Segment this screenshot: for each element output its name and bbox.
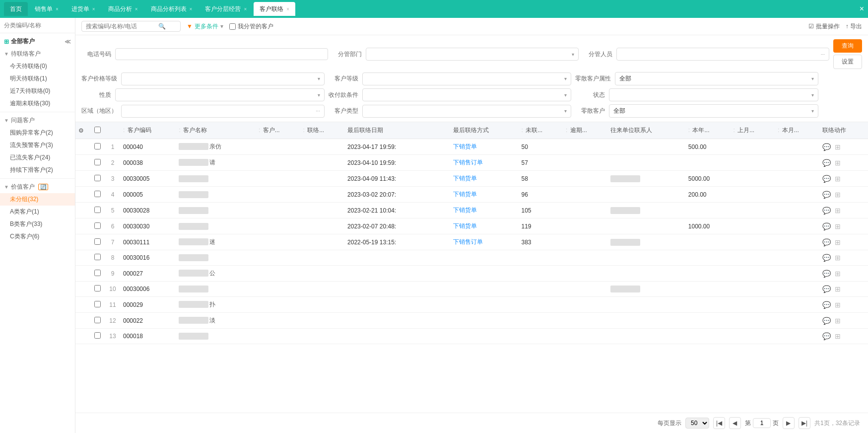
col-this-month[interactable]: : 本月... xyxy=(775,122,819,139)
dept-select[interactable]: ▾ xyxy=(366,48,579,61)
row-checkbox-cell[interactable] xyxy=(91,218,105,234)
row-last-way-cell[interactable]: 下销售订单 xyxy=(450,234,519,250)
row-checkbox[interactable] xyxy=(94,207,101,213)
tab-sales[interactable]: 销售单 × xyxy=(29,2,65,16)
tab-goods-analysis-list[interactable]: 商品分析列表 × xyxy=(145,2,199,16)
row-checkbox-cell[interactable] xyxy=(91,297,105,313)
sidebar-collapse-btn[interactable]: ≪ xyxy=(65,38,71,45)
reset-btn[interactable]: 设置 xyxy=(833,55,862,69)
per-page-select[interactable]: 50 xyxy=(685,418,709,429)
chat-action-icon[interactable]: 💬 xyxy=(822,254,831,262)
sidebar-item-ungroup[interactable]: 未分组(32) xyxy=(0,193,75,206)
next-page-btn[interactable]: ▶ xyxy=(783,417,795,429)
row-last-way-cell[interactable]: 下销货单 xyxy=(450,203,519,218)
chat-action-icon[interactable]: 💬 xyxy=(822,238,831,246)
row-checkbox-cell[interactable] xyxy=(91,250,105,266)
more-action-icon[interactable]: ⊞ xyxy=(835,301,841,309)
col-last-month[interactable]: : 上月... xyxy=(730,122,775,139)
retail-select[interactable]: 全部 ▾ xyxy=(609,104,818,118)
row-checkbox[interactable] xyxy=(94,222,101,229)
row-checkbox[interactable] xyxy=(94,143,101,149)
retail-attr-select[interactable]: 全部 ▾ xyxy=(615,72,818,85)
tab-customer-tier[interactable]: 客户分层经营 × xyxy=(199,2,253,16)
sidebar-item-overdue-contact[interactable]: 逾期未联络(30) xyxy=(0,97,75,110)
col-company-contact[interactable]: 往来单位联系人 xyxy=(607,122,685,139)
row-checkbox-cell[interactable] xyxy=(91,266,105,282)
sidebar-item-churn-warning[interactable]: 流失预警客户(3) xyxy=(0,139,75,151)
row-checkbox[interactable] xyxy=(94,254,101,260)
status-select[interactable]: ▾ xyxy=(609,88,818,101)
tab-home[interactable]: 首页 xyxy=(4,2,28,16)
last-page-btn[interactable]: ▶| xyxy=(799,417,810,429)
sidebar-item-7days-pending[interactable]: 近7天待联络(0) xyxy=(0,85,75,97)
payment-select[interactable]: ▾ xyxy=(362,88,572,101)
row-checkbox-cell[interactable] xyxy=(91,313,105,329)
row-checkbox-cell[interactable] xyxy=(91,171,105,187)
last-way-link[interactable]: 下销货单 xyxy=(453,207,477,214)
tab-customer-contact[interactable]: 客户联络 × xyxy=(254,2,295,16)
more-action-icon[interactable]: ⊞ xyxy=(835,317,841,325)
my-customers-check[interactable] xyxy=(229,23,236,30)
tab-customer-tier-close[interactable]: × xyxy=(244,6,247,12)
col-contact[interactable]: : 联络... xyxy=(300,122,345,139)
chat-action-icon[interactable]: 💬 xyxy=(822,332,831,340)
row-checkbox[interactable] xyxy=(94,191,101,197)
row-last-way-cell[interactable]: 下销货单 xyxy=(450,171,519,187)
col-last-way[interactable]: 最后联络方式 xyxy=(450,122,519,139)
sidebar-item-today-pending[interactable]: 今天待联络(0) xyxy=(0,60,75,72)
row-checkbox-cell[interactable] xyxy=(91,187,105,203)
row-checkbox[interactable] xyxy=(94,238,101,245)
phone-input[interactable] xyxy=(115,48,328,60)
row-checkbox[interactable] xyxy=(94,317,101,323)
row-checkbox-cell[interactable] xyxy=(91,139,105,155)
export-btn[interactable]: ↑ 导出 xyxy=(846,22,862,31)
sidebar-item-churned[interactable]: 已流失客户(24) xyxy=(0,151,75,164)
row-last-way-cell[interactable] xyxy=(450,329,519,344)
more-action-icon[interactable]: ⊞ xyxy=(835,238,841,246)
price-tier-select[interactable]: ▾ xyxy=(121,72,325,85)
my-customers-checkbox[interactable]: 我分管的客户 xyxy=(229,22,273,31)
nature-select[interactable]: ▾ xyxy=(115,88,325,101)
more-action-icon[interactable]: ⊞ xyxy=(835,175,841,183)
region-select[interactable]: ··· xyxy=(121,105,325,118)
col-gear[interactable]: ⚙ xyxy=(75,122,91,139)
row-last-way-cell[interactable]: 下销货单 xyxy=(450,218,519,234)
sidebar-search-input[interactable] xyxy=(4,22,75,29)
tab-purchase-close[interactable]: × xyxy=(92,6,95,12)
last-way-link[interactable]: 下销货单 xyxy=(453,143,477,150)
row-checkbox[interactable] xyxy=(94,285,101,291)
search-box[interactable]: 🔍 xyxy=(81,21,181,32)
search-input[interactable] xyxy=(86,23,155,30)
col-last-date[interactable]: 最后联络日期 xyxy=(344,122,450,139)
sidebar-item-a-class[interactable]: A类客户(1) xyxy=(0,206,75,218)
all-customers-section[interactable]: ⊞ 全部客户 ≪ xyxy=(0,33,75,48)
chat-action-icon[interactable]: 💬 xyxy=(822,222,831,230)
search-icon[interactable]: 🔍 xyxy=(158,23,166,30)
sidebar-item-hoarding[interactable]: 囤购异常客户(2) xyxy=(0,127,75,139)
last-way-link[interactable]: 下销货单 xyxy=(453,222,477,229)
last-way-link[interactable]: 下销货单 xyxy=(453,191,477,198)
chat-action-icon[interactable]: 💬 xyxy=(822,301,831,309)
row-last-way-cell[interactable] xyxy=(450,313,519,329)
last-way-link[interactable]: 下销售订单 xyxy=(453,159,483,166)
sidebar-item-declining[interactable]: 持续下滑客户(2) xyxy=(0,164,75,176)
row-checkbox-cell[interactable] xyxy=(91,329,105,344)
page-number-input[interactable] xyxy=(753,418,771,428)
more-action-icon[interactable]: ⊞ xyxy=(835,332,841,340)
customer-tier-select[interactable]: ▾ xyxy=(362,72,572,85)
row-last-way-cell[interactable]: 下销货单 xyxy=(450,187,519,203)
chat-action-icon[interactable]: 💬 xyxy=(822,143,831,151)
sidebar-group-value[interactable]: ▼ 价值客户 🔄 xyxy=(0,181,75,193)
tab-goods-analysis-close[interactable]: × xyxy=(135,6,138,12)
last-way-link[interactable]: 下销货单 xyxy=(453,175,477,182)
row-checkbox-cell[interactable] xyxy=(91,203,105,218)
col-no-contact[interactable]: : 未联... xyxy=(518,122,563,139)
row-checkbox[interactable] xyxy=(94,301,101,307)
last-way-link[interactable]: 下销售订单 xyxy=(453,238,483,245)
settings-icon[interactable]: ⚙ xyxy=(78,127,84,134)
more-action-icon[interactable]: ⊞ xyxy=(835,285,841,293)
row-checkbox[interactable] xyxy=(94,270,101,276)
row-checkbox-cell[interactable] xyxy=(91,282,105,297)
select-all-checkbox[interactable] xyxy=(94,127,101,133)
col-this-year[interactable]: : 本年... xyxy=(685,122,731,139)
